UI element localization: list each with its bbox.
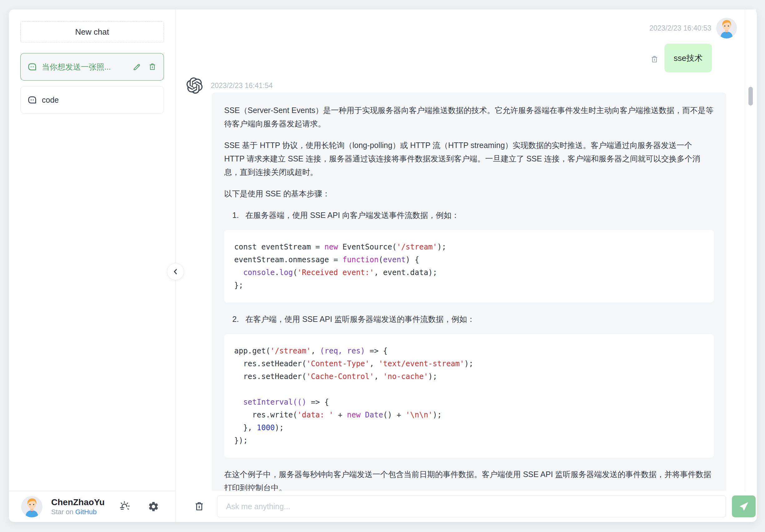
conversation-list: 当你想发送一张照...code — [20, 53, 164, 114]
sidebar-conversation-item[interactable]: 当你想发送一张照... — [20, 53, 164, 81]
user-message-timestamp: 2023/2/23 16:40:53 — [649, 24, 711, 32]
theme-toggle-icon[interactable] — [119, 501, 130, 512]
message-paragraph: 在这个例子中，服务器每秒钟向客户端发送一个包含当前日期的事件数据。客户端使用 S… — [224, 468, 714, 491]
assistant-message: 2023/2/23 16:41:54 SSE（Server-Sent Event… — [186, 77, 727, 491]
composer-bar — [176, 491, 757, 522]
conversation-title: code — [42, 96, 157, 105]
code-block: app.get('/stream', (req, res) => { res.s… — [224, 334, 714, 458]
delete-message-icon[interactable] — [650, 55, 659, 64]
code-block: const eventStream = new EventSource('/st… — [224, 230, 714, 302]
trash-icon[interactable] — [148, 62, 157, 71]
list-item: 2.在客户端，使用 SSE API 监听服务器端发送的事件流数据，例如： — [224, 312, 714, 326]
conversation-title: 当你想发送一张照... — [42, 62, 127, 72]
github-link[interactable]: GitHub — [75, 508, 97, 516]
openai-logo-icon — [186, 77, 203, 94]
avatar-illustration — [21, 496, 42, 517]
chat-main: 2023/2/23 16:40:53 — [176, 9, 757, 522]
avatar-illustration — [716, 18, 737, 38]
send-button[interactable] — [732, 495, 756, 517]
list-item: 1.在服务器端，使用 SSE API 向客户端发送事件流数据，例如： — [224, 209, 714, 222]
sidebar-conversation-item[interactable]: code — [20, 86, 164, 114]
user-avatar — [21, 496, 42, 517]
github-star-line: Star on GitHub — [51, 508, 119, 516]
edit-icon[interactable] — [132, 62, 141, 71]
assistant-message-timestamp: 2023/2/23 16:41:54 — [211, 82, 273, 90]
star-on-text: Star on — [51, 508, 75, 516]
message-paragraph: 以下是使用 SSE 的基本步骤： — [224, 187, 714, 201]
chat-bubble-icon — [27, 62, 37, 72]
user-message-bubble: sse技术 — [664, 44, 712, 72]
message-paragraph: SSE 基于 HTTP 协议，使用长轮询（long-polling）或 HTTP… — [224, 139, 714, 179]
chat-scroll-area: 2023/2/23 16:40:53 — [176, 9, 757, 491]
username: ChenZhaoYu — [51, 497, 119, 508]
assistant-message-bubble: SSE（Server-Sent Events）是一种用于实现服务器向客户端推送数… — [212, 92, 726, 491]
sidebar-footer: ChenZhaoYu Star on GitHub — [9, 491, 176, 522]
sidebar: New chat 当你想发送一张照...code ChenZhaoYu Star… — [9, 9, 176, 522]
chat-bubble-icon — [27, 95, 37, 105]
user-message: 2023/2/23 16:40:53 — [649, 18, 737, 72]
chat-scrollbar-track[interactable] — [745, 9, 756, 491]
settings-gear-icon[interactable] — [148, 501, 159, 512]
chevron-left-icon — [171, 267, 180, 276]
app-window: New chat 当你想发送一张照...code ChenZhaoYu Star… — [9, 9, 757, 522]
paper-plane-icon — [738, 501, 749, 512]
message-input[interactable] — [217, 495, 726, 517]
scrollbar-thumb[interactable] — [748, 87, 753, 106]
message-paragraph: SSE（Server-Sent Events）是一种用于实现服务器向客户端推送数… — [224, 104, 714, 131]
new-chat-button[interactable]: New chat — [20, 21, 164, 42]
clear-conversation-icon[interactable] — [194, 501, 205, 512]
user-avatar — [716, 18, 737, 38]
collapse-sidebar-button[interactable] — [167, 263, 184, 280]
